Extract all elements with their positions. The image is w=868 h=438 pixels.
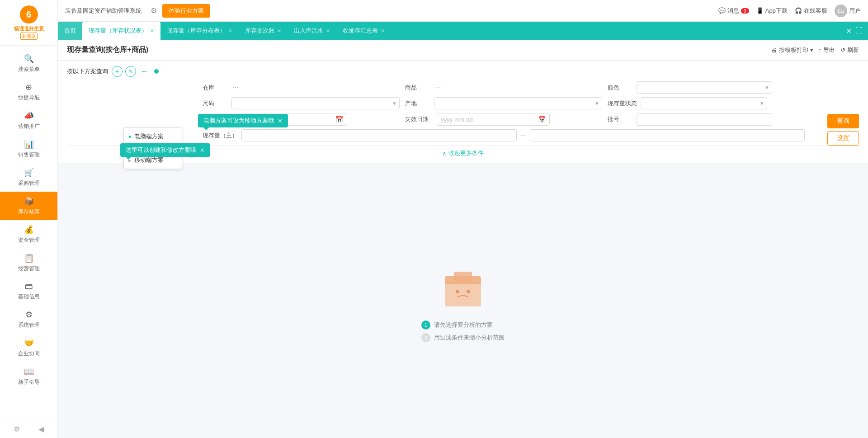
tooltip-pc-plan-close[interactable]: ✕ xyxy=(278,118,283,124)
expiry-date-icon: 📅 xyxy=(538,116,546,123)
sidebar-item-quicknav[interactable]: ⊕ 快捷导航 xyxy=(0,78,57,106)
arrow-filter-btn[interactable]: ← xyxy=(139,66,150,77)
svg-rect-0 xyxy=(445,282,481,306)
filter-row-3: 生产日期 yyyy-mm-dd 📅 失效日期 yyyy-mm-dd 📅 xyxy=(203,113,805,126)
sales-icon: 📊 xyxy=(24,139,34,149)
system-icon: ⚙ xyxy=(25,310,33,320)
topbar-settings-icon[interactable]: ⚙ xyxy=(151,6,157,15)
sidebar-item-sales[interactable]: 📊 销售管理 xyxy=(0,135,57,163)
sidebar-item-enterprise[interactable]: 🤝 企业协同 xyxy=(0,334,57,362)
tab-inventory-status-label: 现存量（库存状况表） xyxy=(89,27,147,35)
color-select-wrap: ▾ xyxy=(637,81,772,94)
tab-inventory-dist-label: 现存量（库存分布表） xyxy=(167,27,226,35)
notification-btn[interactable]: 💬 消息 9 xyxy=(718,7,749,15)
inv-qty-min[interactable] xyxy=(241,129,517,141)
tab-batch-account-label: 库存批次账 xyxy=(245,27,274,35)
tab-receipt-summary-close[interactable]: ✕ xyxy=(381,28,385,34)
tab-batch-account-close[interactable]: ✕ xyxy=(277,28,281,34)
tooltip-create-plan-close[interactable]: ✕ xyxy=(200,147,205,154)
collapse-label: 收起更多条件 xyxy=(448,149,484,157)
settings-bottom-icon[interactable]: ⚙ xyxy=(14,425,20,433)
headset-icon: 🎧 xyxy=(795,7,802,14)
tooltip-pc-plan-text: 电脑方案可设为移动方案哦 xyxy=(203,117,274,125)
expiry-date-input[interactable]: yyyy-mm-dd 📅 xyxy=(437,113,550,126)
refresh-btn[interactable]: ↺ 刷新 xyxy=(840,46,859,54)
sidebar-item-guide-label: 新手引导 xyxy=(18,378,40,386)
empty-step-1: 1 请先选择要分析的方案 xyxy=(421,320,505,330)
tab-inout-flow-close[interactable]: ✕ xyxy=(326,28,330,34)
plan-tree-mobile-label: 移动端方案 xyxy=(134,156,164,164)
sidebar-item-operations[interactable]: 📋 经营管理 xyxy=(0,249,57,277)
main-area: 装备及固定资产辅助管理系统 ⚙ 体验行业方案 💬 消息 9 📱 App下载 🎧 … xyxy=(58,0,868,438)
filter-header: 按以下方案查询 + ✎ ← xyxy=(67,66,859,77)
print-template-btn[interactable]: 🖨 按模板打印 ▾ xyxy=(771,46,813,54)
tab-receipt-summary[interactable]: 收发存汇总表 ✕ xyxy=(336,22,391,40)
sidebar-item-search[interactable]: 🔍 搜索菜单 xyxy=(0,49,57,78)
tab-inventory-status-close[interactable]: ✕ xyxy=(150,28,154,34)
tab-home-label: 首页 xyxy=(64,27,76,35)
color-select[interactable] xyxy=(637,81,772,94)
goods-dots[interactable]: ··· xyxy=(435,84,441,92)
online-support-btn[interactable]: 🎧 在线客服 xyxy=(795,7,827,15)
topbar: 装备及固定资产辅助管理系统 ⚙ 体验行业方案 💬 消息 9 📱 App下载 🎧 … xyxy=(58,0,868,22)
inv-qty-field: 现存量（主） — xyxy=(203,129,805,141)
guide-icon: 📖 xyxy=(24,367,34,377)
app-download-btn[interactable]: 📱 App下载 xyxy=(756,7,788,15)
sidebar-item-quicknav-label: 快捷导航 xyxy=(18,94,40,102)
sidebar-item-search-label: 搜索菜单 xyxy=(18,66,40,73)
sidebar: 6 畅通道好生意 标准版 🔍 搜索菜单 ⊕ 快捷导航 📣 营销推广 📊 销售管理… xyxy=(0,0,58,438)
sidebar-item-sales-label: 销售管理 xyxy=(18,151,40,159)
edit-filter-btn[interactable]: ✎ xyxy=(125,66,136,77)
plan-tree-pc[interactable]: ▾ 电脑端方案 xyxy=(124,131,182,142)
inventory-icon: 📦 xyxy=(24,196,34,206)
tab-inventory-dist[interactable]: 现存量（库存分布表） ✕ xyxy=(160,22,239,40)
empty-state: 1 请先选择要分析的方案 2 用过滤条件来缩小分析范围 xyxy=(58,163,868,438)
tooltip-pc-plan: 电脑方案可设为移动方案哦 ✕ xyxy=(198,114,288,127)
sidebar-item-enterprise-label: 企业协同 xyxy=(18,350,40,358)
batch-input[interactable] xyxy=(637,113,772,126)
avatar: Ea xyxy=(835,5,847,17)
tab-inout-flow[interactable]: 出入库流水 ✕ xyxy=(288,22,336,40)
export-btn[interactable]: ↑ 导出 xyxy=(819,46,835,54)
warehouse-dots[interactable]: ··· xyxy=(232,84,238,92)
expiry-date-field: 失效日期 yyyy-mm-dd 📅 xyxy=(405,113,602,126)
sidebar-item-inventory[interactable]: 📦 库存核算 xyxy=(0,192,57,220)
sidebar-item-basic[interactable]: 🗃 基础信息 xyxy=(0,277,57,305)
empty-step-2: 2 用过滤条件来缩小分析范围 xyxy=(421,333,505,342)
sidebar-item-marketing[interactable]: 📣 营销推广 xyxy=(0,106,57,135)
tooltip-create-plan: 这里可以创建和修改方案哦 ✕ xyxy=(120,143,210,157)
filter-indicator xyxy=(154,69,159,74)
filter-rows: 仓库 ··· 商品 ··· 颜色 ▾ xyxy=(203,81,805,141)
sidebar-item-purchase[interactable]: 🛒 采购管理 xyxy=(0,163,57,192)
message-icon: 💬 xyxy=(718,7,726,14)
sidebar-item-finance[interactable]: 💰 资金管理 xyxy=(0,220,57,249)
inv-qty-max[interactable] xyxy=(530,129,805,141)
search-icon: 🔍 xyxy=(24,54,34,64)
logo-text: 畅通道好生意 xyxy=(14,25,44,32)
sidebar-item-guide[interactable]: 📖 新手引导 xyxy=(0,362,57,391)
batch-field: 批号 xyxy=(608,113,805,126)
tab-inventory-status[interactable]: 现存量（库存状况表） ✕ xyxy=(82,22,160,40)
print-dropdown-icon[interactable]: ▾ xyxy=(810,47,813,53)
tab-home[interactable]: 首页 xyxy=(58,22,82,40)
inv-status-select[interactable] xyxy=(641,97,767,109)
solution-btn[interactable]: 体验行业方案 xyxy=(162,4,210,18)
query-btn[interactable]: 查询 xyxy=(827,114,859,128)
add-filter-btn[interactable]: + xyxy=(112,66,123,77)
inv-status-label: 现存量状态 xyxy=(608,99,637,108)
tab-inventory-dist-close[interactable]: ✕ xyxy=(228,28,232,34)
size-select[interactable] xyxy=(231,97,400,109)
tab-batch-account[interactable]: 库存批次账 ✕ xyxy=(239,22,288,40)
notification-label: 消息 xyxy=(727,7,739,15)
tab-close-all-icon[interactable]: ✕ xyxy=(846,27,852,35)
expiry-date-placeholder: yyyy-mm-dd xyxy=(441,116,473,123)
reset-btn[interactable]: 设置 xyxy=(827,131,859,146)
origin-select[interactable] xyxy=(434,97,602,109)
sidebar-item-marketing-label: 营销推广 xyxy=(18,122,40,130)
user-area[interactable]: Ea 用户 xyxy=(835,5,861,17)
tab-expand-icon[interactable]: ⛶ xyxy=(855,27,863,35)
step-1-text: 请先选择要分析的方案 xyxy=(434,321,493,329)
sidebar-item-system[interactable]: ⚙ 系统管理 xyxy=(0,305,57,334)
step-num-2: 2 xyxy=(421,333,430,342)
collapse-sidebar-icon[interactable]: ◀ xyxy=(38,425,44,433)
